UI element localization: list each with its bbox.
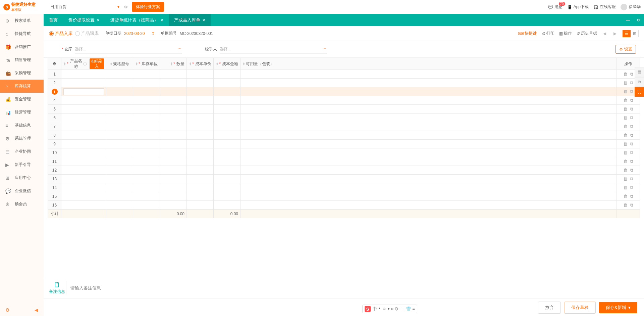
copy-icon[interactable]: ⧉ [630, 72, 633, 77]
sidebar-item-10[interactable]: ☰企业协同 [0, 145, 44, 158]
copy-icon[interactable]: ⧉ [630, 185, 633, 190]
copy-icon[interactable]: ⧉ [630, 133, 633, 138]
th-unit[interactable]: ▲▼*库存单位 [133, 58, 160, 70]
delete-icon[interactable]: 🗑 [623, 80, 628, 85]
table-row[interactable]: 7🗑⧉ [48, 122, 640, 131]
close-icon[interactable]: ✕ [97, 18, 100, 22]
delete-icon[interactable]: 🗑 [623, 141, 628, 146]
sidebar-item-5[interactable]: ⌂库存核算 [0, 80, 44, 93]
sidebar-item-0[interactable]: ⊙搜索菜单 [0, 14, 44, 27]
delete-icon[interactable]: 🗑 [623, 185, 628, 190]
history-button[interactable]: ↺历史单据 [577, 31, 597, 36]
tab-2[interactable]: 进货单统计表（按商品）✕ [105, 14, 169, 26]
sidebar-item-13[interactable]: 💬企业微信 [0, 184, 44, 197]
table-row[interactable]: 15🗑⧉ [48, 192, 640, 201]
copy-icon[interactable]: ⧉ [630, 168, 633, 173]
table-row[interactable]: 6🗑⧉ [48, 114, 640, 122]
delete-icon[interactable]: 🗑 [623, 89, 628, 94]
close-icon[interactable]: ✕ [160, 18, 163, 22]
add-row-icon[interactable]: + [52, 89, 58, 95]
save-draft-button[interactable]: 保存草稿 [564, 302, 596, 314]
user-menu[interactable]: 徐泽华 [621, 4, 641, 10]
radio-product-in[interactable]: 产品入库 [49, 31, 72, 37]
sidebar-item-4[interactable]: 👜采购管理 [0, 66, 44, 80]
delete-icon[interactable]: 🗑 [623, 150, 628, 155]
sidebar-settings-icon[interactable]: ⚙ [5, 307, 10, 313]
sidebar-item-1[interactable]: ⌂快捷导航 [0, 27, 44, 40]
sidebar-item-12[interactable]: ⊞应用中心 [0, 171, 44, 184]
table-row[interactable]: 5🗑⧉ [48, 105, 640, 114]
dock-link-icon[interactable]: ⧉ [635, 77, 644, 87]
sidebar-collapse-icon[interactable]: ◀ [35, 307, 38, 313]
copy-icon[interactable]: ⧉ [630, 80, 633, 85]
sidebar-item-14[interactable]: ♔畅会员 [0, 197, 44, 211]
experience-button[interactable]: 体验行业方案 [132, 2, 164, 12]
print-button[interactable]: 🖨打印 [541, 31, 554, 36]
warehouse-select[interactable]: 选择... ⋯ [75, 45, 182, 54]
table-row[interactable]: 13🗑⧉ [48, 175, 640, 183]
delete-icon[interactable]: 🗑 [623, 133, 628, 138]
sidebar-item-2[interactable]: 🎁营销推广 [0, 40, 44, 53]
th-amount[interactable]: ▲▼*成本金额 [214, 58, 240, 70]
table-row[interactable]: 12🗑⧉ [48, 166, 640, 175]
copy-icon[interactable]: ⧉ [630, 141, 633, 146]
doc-date[interactable]: 2023-03-20 [124, 31, 145, 36]
delete-icon[interactable]: 🗑 [623, 106, 628, 111]
copy-icon[interactable]: ⧉ [630, 150, 633, 155]
next-doc-icon[interactable]: ▶ [612, 31, 618, 36]
prev-doc-icon[interactable]: ◀ [602, 31, 607, 36]
copy-icon[interactable]: ⧉ [630, 106, 633, 111]
shop-selector[interactable]: 日用百货 ▼ [50, 4, 120, 10]
table-row[interactable]: 16🗑⧉ [48, 201, 640, 210]
view-card-icon[interactable]: ⊞ [631, 30, 639, 37]
copy-icon[interactable]: ⧉ [630, 89, 633, 94]
copy-icon[interactable]: ⧉ [630, 194, 633, 199]
delete-icon[interactable]: 🗑 [623, 202, 628, 208]
settings-button[interactable]: ⚙ 设置 [615, 45, 636, 54]
table-row[interactable]: 14🗑⧉ [48, 183, 640, 192]
close-icon[interactable]: ✕ [202, 18, 205, 22]
table-row[interactable]: 10🗑⧉ [48, 148, 640, 157]
copy-icon[interactable]: ⧉ [630, 124, 633, 129]
table-row[interactable]: 8🗑⧉ [48, 131, 640, 140]
th-config[interactable]: ⚙ [48, 58, 61, 70]
table-row[interactable]: 4🗑⧉ [48, 96, 640, 105]
operate-button[interactable]: ▦操作 [559, 31, 572, 36]
th-qty[interactable]: ▲▼*数量 [160, 58, 187, 70]
tab-1[interactable]: 售价提取设置✕ [63, 14, 105, 26]
table-row[interactable]: 2🗑⧉ [48, 79, 640, 87]
shortcut-button[interactable]: ⌨快捷键 [518, 31, 537, 36]
delete-icon[interactable]: 🗑 [623, 124, 628, 129]
sidebar-item-9[interactable]: ⚙系统管理 [0, 132, 44, 145]
delete-icon[interactable]: 🗑 [623, 159, 628, 164]
view-list-icon[interactable]: ☰ [623, 30, 631, 37]
ime-bar[interactable]: S 中 ꞏ ☺ ⌨ ⊞ ⚙ ⧉ 👕 ≡ [362, 305, 417, 313]
th-spec[interactable]: ▲▼规格型号 [106, 58, 133, 70]
discard-button[interactable]: 放弃 [538, 302, 561, 314]
app-download[interactable]: 📱 App下载 [567, 4, 589, 10]
save-new-button[interactable]: 保存&新增▾ [599, 302, 637, 313]
radio-product-out[interactable]: 产品退库 [75, 31, 99, 37]
copy-icon[interactable]: ⧉ [630, 115, 633, 120]
calendar-icon[interactable]: 🗓 [151, 31, 155, 36]
copy-icon[interactable]: ⧉ [630, 202, 633, 208]
tab-0[interactable]: 首页 [44, 14, 63, 26]
gear-icon[interactable]: ⚙ [124, 5, 128, 9]
table-row[interactable]: 11🗑⧉ [48, 157, 640, 166]
delete-icon[interactable]: 🗑 [623, 176, 628, 181]
delete-icon[interactable]: 🗑 [623, 115, 628, 120]
delete-icon[interactable]: 🗑 [623, 98, 628, 103]
scan-tag[interactable]: 扫码录入 [90, 58, 104, 69]
copy-icon[interactable]: ⧉ [630, 159, 633, 164]
dock-template-icon[interactable]: ▤ [635, 67, 644, 77]
messages-button[interactable]: 💬 消息 70 [548, 4, 562, 10]
delete-icon[interactable]: 🗑 [623, 168, 628, 173]
table-row[interactable]: +🗑⧉ [48, 87, 640, 96]
delete-icon[interactable]: 🗑 [623, 72, 628, 77]
sidebar-item-7[interactable]: 📊经营管理 [0, 106, 44, 119]
copy-icon[interactable]: ⧉ [630, 98, 633, 103]
table-row[interactable]: 9🗑⧉ [48, 140, 640, 148]
sidebar-item-3[interactable]: 🛍销售管理 [0, 53, 44, 66]
dock-expand-icon[interactable]: ⛶ [635, 87, 644, 97]
th-price[interactable]: ▲▼*成本单价 [187, 58, 214, 70]
